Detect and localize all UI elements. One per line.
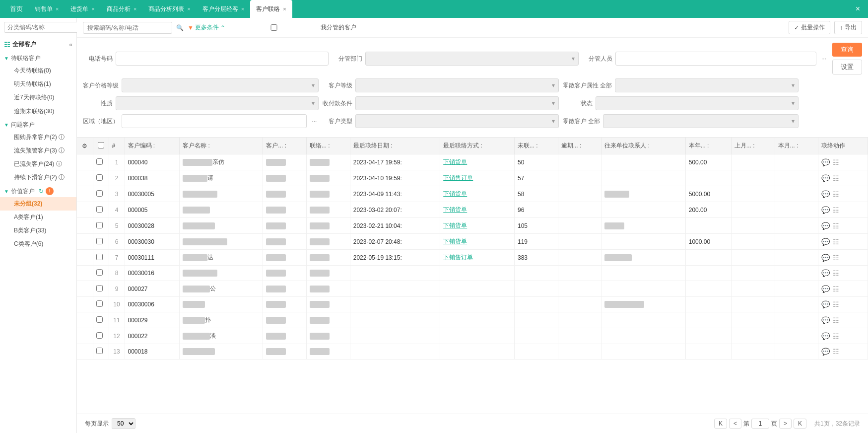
sidebar-search-input[interactable] <box>4 22 85 33</box>
sidebar-item-abnormal[interactable]: 囤购异常客户(2) ⓘ <box>0 131 76 144</box>
grid-action-icon[interactable]: ☷ <box>833 158 839 166</box>
row-checkbox[interactable] <box>96 222 103 228</box>
sidebar-item-overdue[interactable]: 逾期未联络(30) <box>0 105 76 118</box>
sidebar-item-today[interactable]: 今天待联络(0) <box>0 64 76 77</box>
query-button[interactable]: 查询 <box>832 43 862 57</box>
filter-zeroattr-select[interactable] <box>615 78 799 92</box>
grid-action-icon[interactable]: ☷ <box>833 300 839 308</box>
filter-manager-dots[interactable]: ··· <box>819 55 828 62</box>
grid-action-icon[interactable]: ☷ <box>833 190 839 198</box>
row-checkbox[interactable] <box>96 269 103 276</box>
last-method-link[interactable]: 下销货单 <box>443 238 467 245</box>
last-method-link[interactable]: 下销售订单 <box>443 254 473 261</box>
filter-customertype-select[interactable] <box>355 114 558 128</box>
th-thismonth[interactable]: 本月... : <box>775 138 818 154</box>
filter-manager-input[interactable] <box>615 52 816 66</box>
tab-purchaseorder[interactable]: 进货单 × <box>65 0 100 18</box>
nav-home[interactable]: 首页 <box>4 4 29 13</box>
filter-payment-select[interactable] <box>355 96 558 110</box>
comment-icon[interactable]: 💬 <box>821 300 830 308</box>
comment-icon[interactable]: 💬 <box>821 238 830 246</box>
td-check[interactable] <box>93 186 109 202</box>
td-check[interactable] <box>93 170 109 186</box>
th-lastdate[interactable]: 最后联络日期 : <box>350 138 440 154</box>
comment-icon[interactable]: 💬 <box>821 348 830 356</box>
grid-action-icon[interactable]: ☷ <box>833 206 839 214</box>
last-method-link[interactable]: 下销货单 <box>443 190 467 197</box>
batch-op-button[interactable]: ✓ 批量操作 <box>789 21 830 34</box>
comment-icon[interactable]: 💬 <box>821 222 830 230</box>
grid-action-icon[interactable]: ☷ <box>833 254 839 262</box>
grid-action-icon[interactable]: ☷ <box>833 332 839 340</box>
filter-status-select[interactable] <box>596 96 799 110</box>
grid-action-icon[interactable]: ☷ <box>833 269 839 277</box>
comment-icon[interactable]: 💬 <box>821 190 830 198</box>
tab-productanalysislist-close[interactable]: × <box>187 6 190 12</box>
grid-action-icon[interactable]: ☷ <box>833 316 839 324</box>
td-check[interactable] <box>93 154 109 170</box>
grid-action-icon[interactable]: ☷ <box>833 348 839 356</box>
comment-icon[interactable]: 💬 <box>821 316 830 324</box>
row-checkbox[interactable] <box>96 316 103 323</box>
filter-nature-select[interactable] <box>116 96 319 110</box>
comment-icon[interactable]: 💬 <box>821 269 830 277</box>
comment-icon[interactable]: 💬 <box>821 254 830 262</box>
comment-icon[interactable]: 💬 <box>821 206 830 214</box>
th-unitcontact[interactable]: 往来单位联系人 : <box>601 138 685 154</box>
row-checkbox[interactable] <box>96 158 103 165</box>
close-all-tabs[interactable]: × <box>852 4 864 13</box>
sidebar-item-churn-warn[interactable]: 流失预警客户(3) ⓘ <box>0 144 76 157</box>
tab-salesorder-close[interactable]: × <box>56 6 59 12</box>
select-all-checkbox[interactable] <box>98 142 104 148</box>
grid-action-icon[interactable]: ☷ <box>833 174 839 182</box>
filter-region-input[interactable] <box>122 114 307 128</box>
sidebar-item-tomorrow[interactable]: 明天待联络(1) <box>0 77 76 91</box>
sidebar-group-value[interactable]: ▼ 价值客户 ↻ ! <box>0 185 76 197</box>
tab-customercontact[interactable]: 客户联络 × <box>250 0 292 18</box>
tab-productanalysislist[interactable]: 商品分析列表 × <box>142 0 196 18</box>
page-next-btn[interactable]: > <box>779 419 792 429</box>
filter-more-btn[interactable]: ▼ 更多条件 ⌃ <box>188 23 225 32</box>
row-checkbox[interactable] <box>96 190 103 197</box>
row-checkbox[interactable] <box>96 348 103 354</box>
th-thisyear[interactable]: 本年... : <box>685 138 731 154</box>
th-lastmonth[interactable]: 上月... : <box>731 138 775 154</box>
grid-action-icon[interactable]: ☷ <box>833 222 839 230</box>
page-first-btn[interactable]: K <box>714 419 727 429</box>
td-check[interactable] <box>93 218 109 234</box>
row-checkbox[interactable] <box>96 254 103 260</box>
td-check[interactable] <box>93 281 109 297</box>
filter-dept-select[interactable] <box>365 52 578 66</box>
page-input[interactable] <box>751 419 769 429</box>
sidebar-item-7days[interactable]: 近7天待联络(0) <box>0 91 76 104</box>
filter-customerlevel-select[interactable] <box>355 78 558 92</box>
sidebar-item-typeC[interactable]: C类客户(6) <box>0 237 76 251</box>
reset-button[interactable]: 设置 <box>832 60 862 74</box>
tab-customersegment-close[interactable]: × <box>241 6 244 12</box>
tab-productanalysis-close[interactable]: × <box>134 6 136 12</box>
th-lastmethod[interactable]: 最后联络方式 : <box>440 138 515 154</box>
search-input[interactable] <box>83 22 172 34</box>
per-page-select[interactable]: 50 <box>112 418 135 429</box>
row-checkbox[interactable] <box>96 206 103 213</box>
sidebar-all-customers[interactable]: ☷ 全部客户 « <box>0 37 76 52</box>
export-button[interactable]: ↑ 导出 <box>834 21 862 34</box>
tab-customersegment[interactable]: 客户分层经客 × <box>197 0 250 18</box>
row-checkbox[interactable] <box>96 285 103 291</box>
th-code[interactable]: 客户编码 : <box>125 138 180 154</box>
comment-icon[interactable]: 💬 <box>821 332 830 340</box>
td-check[interactable] <box>93 266 109 281</box>
tab-salesorder[interactable]: 销售单 × <box>29 0 65 18</box>
td-check[interactable] <box>93 250 109 266</box>
sidebar-item-typeB[interactable]: B类客户(33) <box>0 224 76 237</box>
td-check[interactable] <box>93 297 109 312</box>
comment-icon[interactable]: 💬 <box>821 174 830 182</box>
td-check[interactable] <box>93 344 109 360</box>
th-check[interactable] <box>93 138 109 154</box>
comment-icon[interactable]: 💬 <box>821 285 830 293</box>
grid-action-icon[interactable]: ☷ <box>833 285 839 293</box>
row-checkbox[interactable] <box>96 174 103 181</box>
row-checkbox[interactable] <box>96 332 103 339</box>
th-overdue[interactable]: 逾期... : <box>558 138 601 154</box>
td-check[interactable] <box>93 328 109 344</box>
